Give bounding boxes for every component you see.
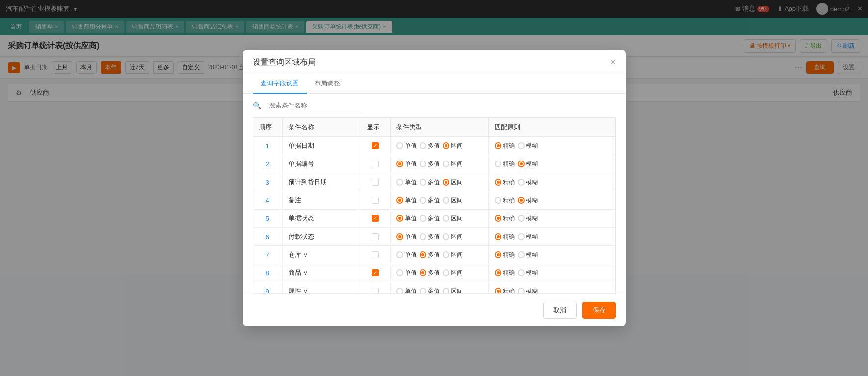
type-multi-radio[interactable]: 多值 (420, 142, 440, 150)
type-single-radio[interactable]: 单值 (396, 160, 417, 168)
match-fuzzy-radio[interactable]: 模糊 (518, 269, 538, 275)
type-multi-radio[interactable]: 多值 (420, 178, 440, 187)
type-single-radio[interactable]: 单值 (396, 251, 417, 259)
dialog-tab-layout[interactable]: 布局调整 (307, 74, 348, 94)
cell-display[interactable] (361, 138, 391, 154)
type-single-radio[interactable]: 单值 (396, 196, 417, 205)
type-range-radio[interactable]: 区间 (443, 160, 463, 168)
type-range-radio[interactable]: 区间 (443, 142, 463, 150)
display-checkbox[interactable] (372, 251, 379, 258)
match-exact-radio[interactable]: 精确 (495, 233, 515, 241)
cell-name: 商品 ∨ (283, 264, 361, 275)
display-checkbox[interactable] (372, 179, 379, 186)
display-checkbox[interactable] (372, 269, 379, 275)
match-fuzzy-radio[interactable]: 模糊 (518, 142, 538, 150)
type-range-radio[interactable]: 区间 (443, 269, 463, 275)
match-fuzzy-radio[interactable]: 模糊 (518, 160, 538, 168)
search-input[interactable] (265, 100, 363, 111)
type-single-radio[interactable]: 单值 (396, 215, 417, 223)
dialog-close-btn[interactable]: × (610, 57, 616, 68)
type-multi-radio[interactable]: 多值 (420, 233, 440, 241)
display-checkbox[interactable] (372, 142, 379, 149)
cell-match: 精确模糊 (489, 174, 577, 191)
table-row: 2单据编号单值多值区间精确模糊 (253, 155, 615, 173)
match-exact-radio[interactable]: 精确 (495, 215, 515, 223)
table-body: 1单据日期单值多值区间精确模糊2单据编号单值多值区间精确模糊3预计到货日期单值多… (253, 136, 616, 275)
match-fuzzy-circle (518, 142, 525, 149)
type-range-radio[interactable]: 区间 (443, 233, 463, 241)
match-fuzzy-radio[interactable]: 模糊 (518, 215, 538, 223)
cell-display[interactable] (361, 156, 391, 172)
type-range-radio[interactable]: 区间 (443, 178, 463, 187)
cell-match: 精确模糊 (489, 228, 577, 245)
type-range-radio[interactable]: 区间 (443, 196, 463, 205)
match-exact-radio[interactable]: 精确 (495, 178, 515, 187)
type-single-circle (396, 197, 403, 204)
cell-display[interactable] (361, 174, 391, 190)
match-exact-radio[interactable]: 精确 (495, 269, 515, 275)
match-radio-group: 精确模糊 (495, 178, 571, 187)
match-radio-group: 精确模糊 (495, 160, 571, 168)
type-multi-radio[interactable]: 多值 (420, 215, 440, 223)
match-exact-radio[interactable]: 精确 (495, 142, 515, 150)
type-range-radio[interactable]: 区间 (443, 215, 463, 223)
display-checkbox[interactable] (372, 161, 379, 167)
cell-display[interactable] (361, 211, 391, 226)
match-fuzzy-radio[interactable]: 模糊 (518, 196, 538, 205)
match-fuzzy-radio[interactable]: 模糊 (518, 233, 538, 241)
type-single-circle (396, 161, 403, 167)
display-checkbox[interactable] (372, 197, 379, 204)
cell-match: 精确模糊 (489, 137, 577, 155)
type-multi-circle (420, 215, 426, 222)
type-radio-group: 单值多值区间 (396, 196, 482, 205)
table-row: 6付款状态单值多值区间精确模糊 (253, 228, 615, 246)
cell-name: 仓库 ∨ (283, 246, 361, 264)
match-fuzzy-radio[interactable]: 模糊 (518, 178, 538, 187)
match-fuzzy-circle (518, 179, 525, 186)
table-row: 5单据状态单值多值区间精确模糊 (253, 210, 615, 228)
display-checkbox[interactable] (372, 215, 379, 222)
type-single-radio[interactable]: 单值 (396, 233, 417, 241)
type-single-circle (396, 179, 403, 186)
header-display: 显示 (361, 118, 391, 136)
cell-display[interactable] (361, 247, 391, 263)
type-range-radio[interactable]: 区间 (443, 251, 463, 259)
cell-order: 8 (253, 265, 283, 275)
match-exact-radio[interactable]: 精确 (495, 196, 515, 205)
cell-display[interactable] (361, 229, 391, 244)
cell-name: 备注 (283, 191, 361, 209)
cell-order: 3 (253, 174, 283, 190)
type-single-radio[interactable]: 单值 (396, 178, 417, 187)
type-single-circle (396, 269, 403, 275)
match-exact-circle (495, 233, 501, 240)
type-single-radio[interactable]: 单值 (396, 269, 417, 275)
type-single-radio[interactable]: 单值 (396, 142, 417, 150)
cell-display[interactable] (361, 192, 391, 208)
type-multi-radio[interactable]: 多值 (420, 269, 440, 275)
match-exact-radio[interactable]: 精确 (495, 160, 515, 168)
cell-match: 精确模糊 (489, 265, 577, 275)
match-fuzzy-circle (518, 161, 525, 167)
match-fuzzy-radio[interactable]: 模糊 (518, 251, 538, 259)
table-row: 8商品 ∨单值多值区间精确模糊 (253, 264, 615, 275)
cell-type: 单值多值区间 (391, 228, 489, 245)
match-fuzzy-circle (518, 269, 525, 275)
cell-display[interactable] (361, 265, 391, 275)
match-fuzzy-circle (518, 197, 525, 204)
cell-type: 单值多值区间 (391, 192, 489, 209)
type-range-circle (443, 269, 449, 275)
type-multi-radio[interactable]: 多值 (420, 196, 440, 205)
type-multi-radio[interactable]: 多值 (420, 251, 440, 259)
type-multi-circle (420, 197, 426, 204)
display-checkbox[interactable] (372, 233, 379, 240)
cell-order: 4 (253, 192, 283, 209)
dialog-tab-fields[interactable]: 查询字段设置 (253, 74, 307, 94)
cell-order: 6 (253, 229, 283, 245)
type-multi-circle (420, 269, 426, 275)
match-exact-circle (495, 215, 501, 222)
type-multi-radio[interactable]: 多值 (420, 160, 440, 168)
cell-order: 7 (253, 247, 283, 263)
match-radio-group: 精确模糊 (495, 142, 571, 150)
type-radio-group: 单值多值区间 (396, 251, 482, 259)
match-exact-radio[interactable]: 精确 (495, 251, 515, 259)
